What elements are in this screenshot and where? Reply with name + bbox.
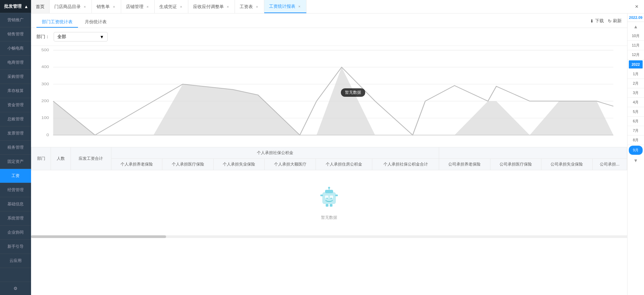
tab-bar: 首页门店商品目录×销售单×店铺管理×生成凭证×应收应付调整单×工资表×工资统计报… (31, 0, 644, 13)
sidebar-item-系统管理[interactable]: 系统管理 (0, 211, 31, 226)
sidebar-settings[interactable]: ⚙ (0, 282, 31, 295)
sidebar-item-新手引导[interactable]: 新手引导 (0, 240, 31, 254)
tab-close-icon[interactable]: × (179, 4, 183, 9)
th-personal-major-medical: 个人承担大额医疗 (265, 159, 316, 170)
sidebar-item-云应用[interactable]: 云应用 (0, 254, 31, 268)
close-all-tabs-button[interactable]: ✕ (632, 2, 641, 11)
empty-text: 暂无数据 (321, 215, 337, 220)
svg-rect-21 (335, 195, 338, 196)
tab-close-icon[interactable]: × (112, 4, 116, 9)
svg-text:400: 400 (41, 64, 49, 69)
time-item-2月[interactable]: 2月 (627, 79, 644, 88)
time-item-3月[interactable]: 3月 (627, 88, 644, 98)
sidebar-item-资金管理[interactable]: 资金管理 (0, 98, 31, 112)
time-item-1月[interactable]: 1月 (627, 69, 644, 79)
sidebar-item-电商管理[interactable]: 电商管理 (0, 56, 31, 70)
th-personal-housing-fund: 个人承担住房公积金 (316, 159, 372, 170)
sidebar-item-基础信息[interactable]: 基础信息 (0, 197, 31, 211)
th-personal-pension: 个人承担养老保险 (111, 159, 162, 170)
tab-monthly-stats[interactable]: 月份统计表 (79, 17, 112, 28)
tab-销售单[interactable]: 销售单× (92, 0, 121, 13)
th-company-pension: 公司承担养老保险 (439, 159, 490, 170)
sidebar-item-税务管理[interactable]: 税务管理 (0, 141, 31, 155)
th-count: 人数 (51, 147, 71, 170)
sub-tab-bar: 部门工资统计表 月份统计表 ⬇ 下载 ↻ 刷新 (31, 13, 627, 28)
th-company-medical: 公司承担医疗保险 (490, 159, 541, 170)
svg-point-24 (327, 198, 328, 199)
tab-工资表[interactable]: 工资表× (235, 0, 264, 13)
time-item-8月[interactable]: 8月 (627, 136, 644, 145)
chevron-down-icon: ▼ (100, 34, 104, 39)
download-button[interactable]: ⬇ 下载 (590, 18, 604, 24)
horizontal-scrollbar[interactable] (31, 235, 166, 238)
svg-text:500: 500 (41, 48, 49, 52)
sidebar-item-固定资产[interactable]: 固定资产 (0, 155, 31, 169)
time-item-10月[interactable]: 10月 (627, 31, 644, 41)
sidebar-item-总账管理[interactable]: 总账管理 (0, 112, 31, 126)
sidebar-item-发票管理[interactable]: 发票管理 (0, 126, 31, 141)
settings-icon: ⚙ (14, 286, 18, 291)
svg-text:0: 0 (47, 132, 49, 137)
svg-rect-14 (322, 192, 336, 204)
tab-店铺管理[interactable]: 店铺管理× (121, 0, 155, 13)
tab-首页[interactable]: 首页 (31, 0, 50, 13)
tab-bar-end: ✕ (632, 2, 644, 11)
sidebar-title: 批发管理 (4, 3, 22, 9)
empty-icon (316, 184, 343, 211)
tab-工资统计报表[interactable]: 工资统计报表× (264, 0, 306, 13)
sidebar-arrow-icon: ▲ (24, 4, 28, 9)
th-personal-medical: 个人承担医疗保险 (162, 159, 214, 170)
sub-tabs: 部门工资统计表 月份统计表 (36, 17, 112, 28)
time-nav-down[interactable]: ▼ (627, 156, 644, 165)
department-filter-label: 部门： (36, 34, 50, 40)
time-year-marker[interactable]: 2022 (629, 60, 643, 69)
refresh-button[interactable]: ↻ 刷新 (608, 18, 622, 24)
sidebar-item-采购管理[interactable]: 采购管理 (0, 70, 31, 84)
svg-point-17 (328, 187, 330, 189)
tab-close-icon[interactable]: × (145, 4, 150, 9)
tab-close-icon[interactable]: × (83, 4, 87, 9)
sidebar-item-销售管理[interactable]: 销售管理 (0, 27, 31, 41)
tab-close-icon[interactable]: × (297, 4, 301, 9)
sidebar-item-经营管理[interactable]: 经营管理 (0, 183, 31, 197)
time-sidebar: 2022.09 ▲ 10月11月12月20221月2月3月4月5月6月7月8月9… (627, 13, 644, 295)
content-area: 部门工资统计表 月份统计表 ⬇ 下载 ↻ 刷新 (31, 13, 644, 295)
chart-container: 500 400 300 200 100 0 (36, 46, 622, 147)
refresh-icon: ↻ (608, 19, 612, 24)
time-item-7月[interactable]: 7月 (627, 126, 644, 136)
tab-门店商品目录[interactable]: 门店商品目录× (50, 0, 92, 13)
table-area[interactable]: 部门 人数 应发工资合计 个人承担社保公积金 个人承担养老保险 个人承担医疗保险… (31, 147, 627, 295)
sidebar-item-小畅电商[interactable]: 小畅电商 (0, 41, 31, 56)
department-select[interactable]: 全部 ▼ (54, 32, 108, 41)
chart-area: 500 400 300 200 100 0 (31, 46, 627, 147)
download-icon: ⬇ (590, 19, 594, 24)
time-item-active[interactable]: 9月 (629, 146, 643, 155)
time-item-6月[interactable]: 6月 (627, 117, 644, 126)
tab-应收应付调整单[interactable]: 应收应付调整单× (188, 0, 235, 13)
tab-department-salary[interactable]: 部门工资统计表 (36, 17, 78, 28)
sidebar-top[interactable]: 批发管理 ▲ (0, 0, 31, 13)
time-item-4月[interactable]: 4月 (627, 98, 644, 107)
time-item-5月[interactable]: 5月 (627, 107, 644, 117)
time-item-12月[interactable]: 12月 (627, 50, 644, 60)
sub-tab-actions: ⬇ 下载 ↻ 刷新 (590, 18, 622, 27)
sidebar-item-工资[interactable]: 工资 (0, 169, 31, 183)
tab-close-icon[interactable]: × (255, 4, 259, 9)
svg-rect-15 (325, 190, 333, 193)
tab-close-icon[interactable]: × (226, 4, 230, 9)
empty-state-row: 暂无数据 (31, 170, 627, 234)
sidebar-item-营销推广[interactable]: 营销推广 (0, 13, 31, 27)
table-header-row-2: 个人承担养老保险 个人承担医疗保险 个人承担失业保险 个人承担大额医疗 个人承担… (31, 159, 627, 170)
time-item-11月[interactable]: 11月 (627, 41, 644, 50)
main-area: 首页门店商品目录×销售单×店铺管理×生成凭证×应收应付调整单×工资表×工资统计报… (31, 0, 644, 295)
sidebar-item-库存核算[interactable]: 库存核算 (0, 84, 31, 98)
tab-生成凭证[interactable]: 生成凭证× (155, 0, 188, 13)
time-nav-up[interactable]: ▲ (627, 22, 644, 31)
th-company-insurance (439, 147, 627, 159)
th-personal-insurance: 个人承担社保公积金 (111, 147, 439, 159)
th-personal-insurance-total: 个人承担社保公积金合计 (372, 159, 439, 170)
department-select-value: 全部 (57, 34, 66, 40)
page-content: 部门工资统计表 月份统计表 ⬇ 下载 ↻ 刷新 (31, 13, 627, 295)
sidebar-item-企业协同[interactable]: 企业协同 (0, 226, 31, 240)
table-header-row-1: 部门 人数 应发工资合计 个人承担社保公积金 (31, 147, 627, 159)
